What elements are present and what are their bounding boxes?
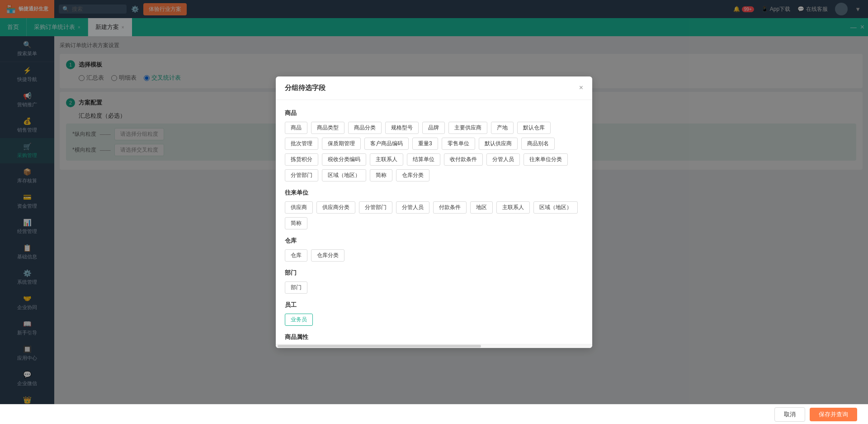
field-pick-points[interactable]: 拣货积分 [285,153,318,166]
modal-body: 商品 商品 商品类型 商品分类 规格型号 品牌 主要供应商 产地 默认仓库 批次… [276,100,592,344]
bottom-bar: 取消 保存并查询 [0,404,868,406]
field-goods[interactable]: 商品 [285,122,307,134]
field-spec-model[interactable]: 规格型号 [385,122,419,134]
section-product-attr-title: 商品属性 [285,333,583,341]
field-warehouse[interactable]: 仓库 [285,249,307,262]
field-tax-code[interactable]: 税收分类编码 [322,153,366,166]
modal-overlay: 分组待选字段 × 商品 商品 商品类型 商品分类 规格型号 品牌 主要供应商 产… [0,0,868,406]
field-supervisor[interactable]: 分管人员 [486,153,520,166]
field-district[interactable]: 地区 [470,201,493,214]
field-weight[interactable]: 重量3 [412,138,438,150]
section-partner-title: 往来单位 [285,189,583,197]
field-retail-unit[interactable]: 零售单位 [442,138,475,150]
field-goods-alias[interactable]: 商品别名 [521,138,555,150]
dept-fields: 部门 [285,281,583,294]
modal-header: 分组待选字段 × [276,76,592,100]
field-main-supplier[interactable]: 主要供应商 [448,122,487,134]
field-warehouse-category-goods[interactable]: 仓库分类 [396,169,429,181]
employee-fields: 业务员 [285,314,583,326]
field-short-name-goods[interactable]: 简称 [370,169,392,181]
field-customer-code[interactable]: 客户商品编码 [364,138,409,150]
field-default-supplier[interactable]: 默认供应商 [479,138,518,150]
field-salesperson[interactable]: 业务员 [285,314,313,326]
field-default-warehouse[interactable]: 默认仓库 [517,122,551,134]
warehouse-fields: 仓库 仓库分类 [285,249,583,262]
modal-h-scrollbar-thumb[interactable] [278,345,481,348]
field-dept-managed-2[interactable]: 分管部门 [359,201,392,214]
modal-h-scrollbar[interactable] [276,344,592,348]
field-warehouse-category[interactable]: 仓库分类 [311,249,344,262]
section-employee-title: 员工 [285,301,583,309]
field-brand[interactable]: 品牌 [422,122,445,134]
field-supplier[interactable]: 供应商 [285,201,313,214]
section-goods-title: 商品 [285,109,583,117]
field-region-goods[interactable]: 区域（地区） [322,169,366,181]
field-short-name-partner[interactable]: 简称 [285,217,307,229]
field-settlement-unit[interactable]: 结算单位 [407,153,440,166]
field-goods-category[interactable]: 商品分类 [348,122,382,134]
field-region-partner[interactable]: 区域（地区） [533,201,578,214]
section-dept-title: 部门 [285,269,583,277]
field-main-contact-2[interactable]: 主联系人 [496,201,530,214]
field-dept[interactable]: 部门 [285,281,307,294]
field-supervisor-2[interactable]: 分管人员 [396,201,429,214]
field-supplier-category[interactable]: 供应商分类 [316,201,355,214]
field-partner-category[interactable]: 往来单位分类 [524,153,568,166]
field-payment-terms[interactable]: 收付款条件 [444,153,483,166]
modal-title: 分组待选字段 [285,84,326,92]
field-batch-mgmt[interactable]: 批次管理 [285,138,318,150]
partner-fields: 供应商 供应商分类 分管部门 分管人员 付款条件 地区 主联系人 区域（地区） … [285,201,583,229]
section-warehouse-title: 仓库 [285,237,583,245]
modal-dialog: 分组待选字段 × 商品 商品 商品类型 商品分类 规格型号 品牌 主要供应商 产… [276,76,592,348]
field-shelf-life[interactable]: 保质期管理 [322,138,361,150]
goods-fields: 商品 商品类型 商品分类 规格型号 品牌 主要供应商 产地 默认仓库 批次管理 … [285,122,583,181]
field-origin[interactable]: 产地 [491,122,514,134]
modal-close-btn[interactable]: × [579,84,583,91]
field-main-contact[interactable]: 主联系人 [370,153,403,166]
field-payment-cond[interactable]: 付款条件 [433,201,467,214]
field-goods-type[interactable]: 商品类型 [311,122,344,134]
field-dept-managed[interactable]: 分管部门 [285,169,318,181]
